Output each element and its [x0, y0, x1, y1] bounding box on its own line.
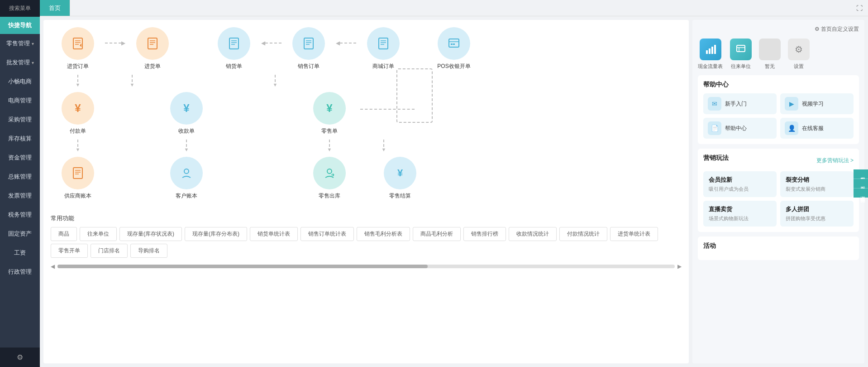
func-btn-store-rank[interactable]: 门店排名	[91, 244, 128, 258]
arrow-h-1: ▶	[105, 40, 125, 58]
svg-rect-24	[73, 168, 82, 179]
sidebar-item-purchase[interactable]: 采购管理	[0, 110, 40, 129]
help-item-video[interactable]: ▶ 视频学习	[780, 93, 854, 114]
sidebar: 搜索菜单 快捷导航 零售管理 ▾ 批发管理 ▾ 小畅电商 电商管理 采购管理 库…	[0, 0, 40, 367]
svg-rect-33	[706, 50, 708, 54]
svg-rect-16	[379, 38, 388, 49]
help-item-customer-service[interactable]: 👤 在线客服	[780, 118, 854, 139]
quick-icon-none[interactable]: 暂无	[759, 39, 781, 70]
float-btn-customer-service[interactable]: 客服热线	[854, 169, 868, 179]
help-item-help[interactable]: 📄 帮助中心	[703, 118, 777, 139]
sidebar-item-wholesale[interactable]: 批发管理 ▾	[0, 53, 40, 72]
help-center-title: 帮助中心	[703, 81, 854, 89]
quick-icon-units[interactable]: 往来单位	[730, 39, 752, 70]
sidebar-item-tax[interactable]: 税务管理	[0, 205, 40, 224]
flow-node-retail-bill[interactable]: ¥ 零售单	[302, 92, 357, 135]
sidebar-quick-nav[interactable]: 快捷导航	[0, 17, 40, 34]
flow-node-pos[interactable]: POS收银开单	[427, 27, 481, 70]
sidebar-item-admin[interactable]: 行政管理	[0, 262, 40, 281]
float-btn-desktop[interactable]: 桌面快捷	[854, 188, 868, 198]
main-area: 首页 ⛶ 进货订单	[40, 0, 868, 367]
quick-icon-settings[interactable]: ⚙ 设置	[788, 39, 810, 70]
flow-node-sales-order[interactable]: 销售订单	[281, 27, 336, 70]
sidebar-item-ecommerce-small[interactable]: 小畅电商	[0, 72, 40, 91]
flow-chart: 进货订单 ▶ 进货单	[51, 27, 682, 207]
func-btn-guide-rank[interactable]: 导购排名	[130, 244, 167, 258]
more-marketing-link[interactable]: 更多营销玩法 >	[816, 157, 854, 164]
marketing-item-group[interactable]: 多人拼团 拼团购物享受优惠	[780, 201, 854, 227]
func-btn-stock1[interactable]: 现存量(库存状况表)	[119, 227, 182, 241]
flow-node-purchase-order[interactable]: 进货订单	[51, 27, 105, 70]
sidebar-item-ecommerce[interactable]: 电商管理	[0, 91, 40, 110]
flow-node-purchase[interactable]: 进货单	[125, 27, 180, 70]
flow-node-retail-settlement[interactable]: ¥ 零售结算	[373, 157, 427, 200]
func-btn-sales-stat[interactable]: 销货单统计表	[250, 227, 298, 241]
content-area: 进货订单 ▶ 进货单	[40, 16, 868, 367]
func-btn-units[interactable]: 往来单位	[80, 227, 117, 241]
flow-node-receipt[interactable]: ¥ 收款单	[159, 92, 214, 135]
flow-node-sales[interactable]: 销货单	[207, 27, 261, 70]
marketing-title: 营销玩法	[703, 154, 729, 162]
scroll-left-arrow[interactable]: ◀	[51, 263, 55, 270]
func-btn-receipt-stat[interactable]: 收款情况统计	[509, 227, 557, 241]
left-panel: 进货订单 ▶ 进货单	[43, 20, 689, 363]
marketing-item-fission[interactable]: 裂变分销 裂变式发展分销商	[780, 171, 854, 197]
flow-node-retail-out[interactable]: 零售出库	[302, 157, 357, 200]
homepage-settings-button[interactable]: ⚙ 首页自定义设置	[815, 25, 859, 33]
v-arrows-2: ▼ ▼ ▼ ▼	[51, 140, 682, 152]
func-btn-sales-profit[interactable]: 销售毛利分析表	[357, 227, 410, 241]
func-btn-retail-order[interactable]: 零售开单	[51, 244, 88, 258]
activity-title: 活动	[703, 242, 854, 250]
flow-node-customer-ledger[interactable]: 客户账本	[159, 157, 214, 200]
float-buttons: 客服热线 服务社区 桌面快捷	[854, 169, 868, 198]
sidebar-item-general-ledger[interactable]: 总账管理	[0, 167, 40, 186]
svg-rect-37	[737, 45, 745, 52]
func-btn-product-profit[interactable]: 商品毛利分析	[413, 227, 461, 241]
svg-rect-12	[304, 38, 313, 49]
svg-rect-20	[449, 39, 459, 47]
scroll-track[interactable]	[57, 265, 675, 268]
func-buttons-grid: 商品 往来单位 现存量(库存状况表) 现存量(库存分布表) 销货单统计表 销售订…	[51, 227, 682, 258]
func-btn-payment-stat[interactable]: 付款情况统计	[559, 227, 607, 241]
tab-bar: 首页 ⛶	[40, 0, 868, 16]
func-btn-sales-order-stat[interactable]: 销售订单统计表	[300, 227, 354, 241]
fullscreen-button[interactable]: ⛶	[851, 0, 868, 16]
arrow-h-3: ◀	[336, 40, 356, 58]
common-func-title: 常用功能	[51, 214, 682, 222]
flow-row-3: 供应商账本 客户账本	[51, 157, 682, 200]
marketing-section: 营销玩法 更多营销玩法 > 会员拉新 吸引用户成为会员 裂变分销 裂变式发展分销…	[698, 149, 859, 232]
func-btn-purchase-stat[interactable]: 进货单统计表	[610, 227, 658, 241]
func-btn-stock2[interactable]: 现存量(库存分布表)	[185, 227, 247, 241]
settings-row: ⚙ 首页自定义设置	[698, 25, 859, 35]
help-item-beginner[interactable]: ✉ 新手入门	[703, 93, 777, 114]
sidebar-item-salary[interactable]: 工资	[0, 243, 40, 262]
sidebar-search[interactable]: 搜索菜单	[0, 0, 40, 17]
svg-rect-0	[73, 38, 82, 49]
svg-rect-22	[451, 43, 453, 45]
svg-point-29	[327, 169, 332, 174]
marketing-header: 营销玩法 更多营销玩法 >	[703, 154, 854, 167]
sidebar-item-fixed-assets[interactable]: 固定资产	[0, 224, 40, 243]
sidebar-item-retail[interactable]: 零售管理 ▾	[0, 34, 40, 53]
func-btn-product[interactable]: 商品	[51, 227, 77, 241]
flow-node-mall-order[interactable]: 商城订单	[356, 27, 410, 70]
svg-rect-36	[714, 45, 716, 54]
func-btn-sales-rank[interactable]: 销售排行榜	[463, 227, 506, 241]
sidebar-item-invoice[interactable]: 发票管理	[0, 186, 40, 205]
flow-node-payment[interactable]: ¥ 付款单	[51, 92, 105, 135]
svg-rect-4	[148, 38, 157, 49]
v-arrows-1: ▼ ▼ ▼	[51, 75, 682, 87]
float-btn-community[interactable]: 服务社区	[854, 179, 868, 188]
scroll-right-arrow[interactable]: ▶	[677, 263, 682, 270]
sidebar-settings-button[interactable]: ⚙	[0, 348, 40, 367]
quick-icon-cashflow[interactable]: 现金流量表	[698, 39, 723, 70]
marketing-item-live[interactable]: 直播卖货 场景式购物新玩法	[703, 201, 777, 227]
flow-node-supplier-ledger[interactable]: 供应商账本	[51, 157, 105, 200]
svg-rect-34	[709, 48, 711, 54]
help-center: 帮助中心 ✉ 新手入门 ▶ 视频学习 📄 帮助中心 👤	[698, 75, 859, 144]
marketing-item-member[interactable]: 会员拉新 吸引用户成为会员	[703, 171, 777, 197]
sidebar-item-finance[interactable]: 资金管理	[0, 148, 40, 167]
sidebar-item-inventory[interactable]: 库存核算	[0, 129, 40, 148]
svg-point-28	[184, 169, 189, 174]
tab-home[interactable]: 首页	[40, 0, 70, 16]
